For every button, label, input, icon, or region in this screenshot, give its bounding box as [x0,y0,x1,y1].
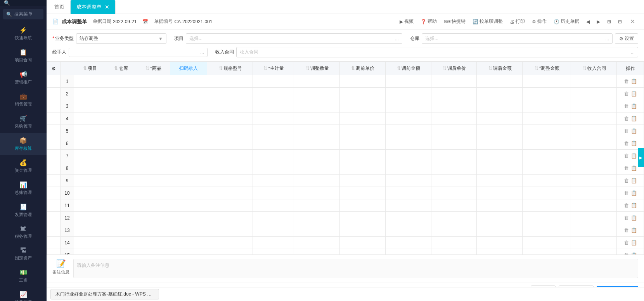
th-pre-amount[interactable]: ⇅调前金额 [385,62,431,75]
tab-close-btn[interactable]: ✕ [105,4,109,10]
cell-spec-type[interactable] [207,88,253,100]
cell-pre-amount[interactable] [385,224,431,237]
cell-post-amount[interactable] [477,125,523,137]
cell-adjust-qty[interactable] [294,212,340,224]
biz-type-input[interactable]: 结存调整 ▼ [76,33,166,44]
cell-adjust-qty[interactable] [294,88,340,100]
cell-adjust-amount[interactable] [523,199,571,212]
warehouse-input[interactable]: 选择... ... [422,33,613,44]
cell-product[interactable] [136,237,170,249]
cell-pre-amount[interactable] [385,212,431,224]
cell-spec-type[interactable] [207,137,253,150]
cell-post-amount[interactable] [477,175,523,187]
cell-post-unit-price[interactable] [431,212,477,224]
cell-adjust-amount[interactable] [523,249,571,255]
cell-pre-amount[interactable] [385,199,431,212]
row-delete-icon[interactable]: 🗑 [624,190,629,196]
shortcut-btn[interactable]: ⌨ 快捷键 [442,17,467,26]
cell-adjust-amount[interactable] [523,100,571,112]
row-delete-icon[interactable]: 🗑 [624,128,629,134]
cell-scan-input[interactable] [170,125,207,137]
cell-post-amount[interactable] [477,212,523,224]
cell-pre-unit-price[interactable] [340,75,386,88]
cell-project[interactable] [74,162,105,175]
cell-post-amount[interactable] [477,162,523,175]
cell-income-contract[interactable] [571,88,617,100]
sidebar-item-sales-mgmt[interactable]: 💼 销售管理 [0,89,47,111]
sidebar-item-inventory-check[interactable]: 📦 库存核算 [0,133,47,155]
cell-project[interactable] [74,100,105,112]
cell-project[interactable] [74,237,105,249]
cell-scan-input[interactable] [170,112,207,125]
cell-project[interactable] [74,187,105,199]
row-delete-icon[interactable]: 🗑 [624,153,629,159]
cell-post-amount[interactable] [477,75,523,88]
agent-input[interactable]: ... [69,48,208,57]
row-copy-icon[interactable]: 📋 [631,128,637,134]
cell-spec-type[interactable] [207,187,253,199]
cell-adjust-qty[interactable] [294,112,340,125]
cell-pre-amount[interactable] [385,112,431,125]
row-delete-icon[interactable]: 🗑 [624,240,629,246]
row-copy-icon[interactable]: 📋 [631,78,637,84]
cell-pre-amount[interactable] [385,237,431,249]
cell-project[interactable] [74,75,105,88]
cell-warehouse[interactable] [105,199,136,212]
cell-pre-amount[interactable] [385,100,431,112]
sidebar-item-sales-promotion[interactable]: 📢 营销推广 [0,67,47,89]
cell-pre-unit-price[interactable] [340,112,386,125]
cell-adjust-qty[interactable] [294,237,340,249]
cell-warehouse[interactable] [105,75,136,88]
cell-spec-type[interactable] [207,199,253,212]
cell-income-contract[interactable] [571,100,617,112]
cell-adjust-amount[interactable] [523,137,571,150]
th-post-amount[interactable]: ⇅调后金额 [477,62,523,75]
cell-spec-type[interactable] [207,150,253,162]
cell-pre-unit-price[interactable] [340,150,386,162]
row-delete-icon[interactable]: 🗑 [624,78,629,84]
row-copy-icon[interactable]: 📋 [631,252,637,254]
cell-post-unit-price[interactable] [431,199,477,212]
cell-pre-unit-price[interactable] [340,125,386,137]
cell-project[interactable] [74,137,105,150]
cell-adjust-amount[interactable] [523,175,571,187]
cell-main-unit[interactable] [253,249,294,255]
cell-post-unit-price[interactable] [431,249,477,255]
cell-spec-type[interactable] [207,75,253,88]
cell-main-unit[interactable] [253,224,294,237]
cell-post-unit-price[interactable] [431,150,477,162]
sidebar-item-fund-mgmt[interactable]: 💰 资金管理 [0,155,47,177]
cell-product[interactable] [136,199,170,212]
cell-adjust-qty[interactable] [294,224,340,237]
cell-warehouse[interactable] [105,162,136,175]
cell-income-contract[interactable] [571,137,617,150]
cell-main-unit[interactable] [253,162,294,175]
cell-warehouse[interactable] [105,249,136,255]
row-delete-icon[interactable]: 🗑 [624,116,629,121]
cell-post-amount[interactable] [477,88,523,100]
cell-adjust-amount[interactable] [523,125,571,137]
view-btn[interactable]: ▶ 视频 [398,17,415,26]
cell-warehouse[interactable] [105,187,136,199]
cell-project[interactable] [74,125,105,137]
cell-product[interactable] [136,112,170,125]
cell-product[interactable] [136,175,170,187]
cell-income-contract[interactable] [571,125,617,137]
cell-adjust-qty[interactable] [294,150,340,162]
cell-scan-input[interactable] [170,150,207,162]
sidebar-item-ledger-mgmt[interactable]: 📊 总账管理 [0,177,47,199]
th-pre-unit-price[interactable]: ⇅调前单价 [340,62,386,75]
cell-product[interactable] [136,224,170,237]
nav-prev-btn[interactable]: ◀ [584,18,592,25]
cell-warehouse[interactable] [105,224,136,237]
cell-main-unit[interactable] [253,137,294,150]
cell-project[interactable] [74,199,105,212]
cell-adjust-qty[interactable] [294,75,340,88]
cell-main-unit[interactable] [253,199,294,212]
cell-product[interactable] [136,150,170,162]
cell-adjust-qty[interactable] [294,162,340,175]
remark-input[interactable]: 请输入备注信息 [73,259,638,278]
cell-post-unit-price[interactable] [431,187,477,199]
cell-main-unit[interactable] [253,150,294,162]
cell-scan-input[interactable] [170,137,207,150]
